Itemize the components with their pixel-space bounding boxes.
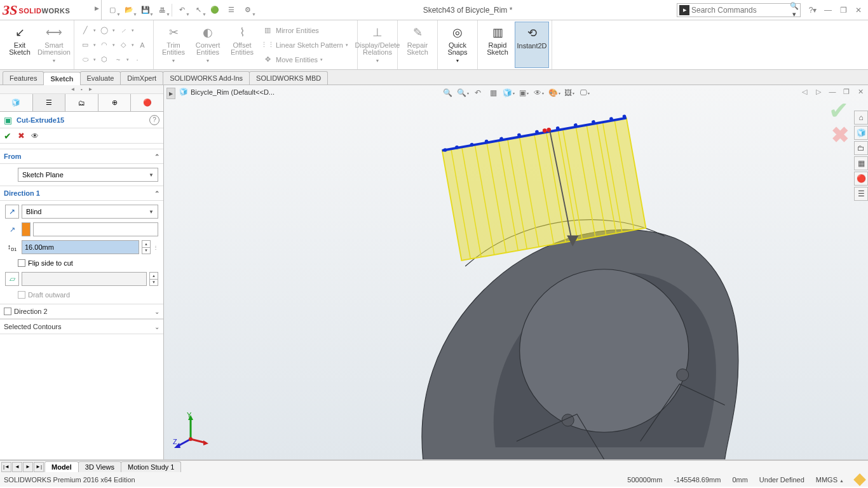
command-manager-tabs: Features Sketch Evaluate DimXpert SOLIDW…	[0, 70, 868, 85]
tab-next-icon[interactable]: ►	[23, 462, 33, 472]
reverse-direction-button[interactable]: ↗	[5, 205, 19, 219]
new-icon[interactable]: ▢▼	[104, 2, 121, 18]
save-icon[interactable]: 💾▼	[137, 2, 154, 18]
draft-spinner[interactable]: ▲▼	[149, 272, 158, 286]
direction-arrow-icon: ↗	[5, 226, 19, 234]
restore-icon[interactable]: ❐	[837, 4, 849, 16]
confirm-row: ✔ ✖ 👁	[0, 128, 163, 144]
tab-sketch[interactable]: Sketch	[43, 72, 80, 85]
display-relations-button[interactable]: ⊥Display/Delete Relations▼	[360, 22, 395, 68]
rapid-sketch-button[interactable]: ▥Rapid Sketch	[480, 22, 515, 68]
draft-outward-checkbox: Draft outward	[5, 290, 158, 300]
direction-vector-input[interactable]	[33, 222, 158, 236]
tab-prev-icon[interactable]: ◄	[12, 462, 22, 472]
property-tab[interactable]: ☰	[33, 94, 66, 111]
print-icon[interactable]: 🖶▼	[154, 2, 170, 18]
quick-snaps-button[interactable]: ◎Quick Snaps▼	[440, 22, 475, 68]
command-search[interactable]: 🔍▾	[677, 3, 801, 17]
section-direction1[interactable]: Direction 1⌃	[0, 186, 163, 201]
depth-input[interactable]	[22, 240, 139, 254]
help-badge-icon[interactable]: ?	[149, 115, 159, 125]
command-search-input[interactable]	[691, 6, 789, 15]
depth-spinner[interactable]: ▲▼	[142, 240, 151, 254]
logo-expand-icon[interactable]: ▶	[93, 5, 100, 11]
linear-pattern[interactable]: ⋮⋮Linear Sketch Pattern▾	[261, 38, 353, 52]
repair-sketch-button[interactable]: ✎Repair Sketch	[400, 22, 435, 68]
expand-icon: ⌄	[154, 308, 159, 315]
preview-icon[interactable]: 👁	[31, 132, 39, 140]
repair-icon: ✎	[409, 24, 426, 41]
display-tab[interactable]: 🔴	[131, 94, 163, 111]
select-icon[interactable]: ↖▼	[190, 2, 207, 18]
search-icon[interactable]: 🔍▾	[789, 2, 800, 18]
mirror-entities[interactable]: ▥Mirror Entities	[261, 24, 353, 37]
status-bar: SOLIDWORKS Premium 2016 x64 Edition 5000…	[0, 473, 868, 487]
draft-button[interactable]: ▱	[5, 272, 19, 286]
help-icon[interactable]: ?▾	[807, 4, 818, 16]
end-condition-select[interactable]: Blind▼	[22, 205, 158, 219]
model-view	[164, 85, 868, 459]
trim-entities-button[interactable]: ✂Trim Entities▼	[156, 22, 191, 68]
settings-icon[interactable]: ⚙▼	[240, 2, 256, 18]
cancel-icon[interactable]: ✖	[18, 131, 25, 140]
rapid-sketch-icon: ▥	[489, 24, 506, 41]
depth-steps-icon[interactable]: ⋮	[153, 245, 158, 250]
draft-angle-input[interactable]	[22, 272, 147, 286]
tab-evaluate[interactable]: Evaluate	[80, 71, 121, 85]
dir2-enable-checkbox[interactable]	[4, 308, 11, 315]
quick-access-toolbar: ▢▼ 📂▼ 💾▼ 🖶▼ ↶▼ ↖▼ 🟢 ☰ ⚙▼	[102, 2, 259, 18]
trim-icon: ✂	[165, 24, 182, 41]
feature-tree-tab[interactable]: 🧊	[0, 94, 33, 111]
bottom-tab-motion[interactable]: Motion Study 1	[121, 461, 181, 472]
slot-tool[interactable]: ⬭▾⬡~▾·	[78, 53, 149, 67]
rect-tool[interactable]: ▭▾◠▾◇▾A	[78, 38, 149, 52]
dimxpert-tab[interactable]: ⊕	[98, 94, 132, 111]
orientation-triad[interactable]: Y Z	[172, 412, 210, 451]
tab-dimxpert[interactable]: DimXpert	[120, 71, 163, 85]
bottom-tab-model[interactable]: Model	[44, 461, 79, 472]
tab-first-icon[interactable]: |◄	[1, 462, 11, 472]
section-from[interactable]: From⌃	[0, 149, 163, 164]
direction-swatch	[22, 222, 31, 236]
flip-side-checkbox[interactable]: Flip side to cut	[5, 258, 158, 268]
tab-features[interactable]: Features	[3, 71, 44, 85]
bottom-tab-3dviews[interactable]: 3D Views	[78, 461, 121, 472]
relations-icon: ⊥	[369, 24, 386, 41]
accept-icon[interactable]: ✔	[4, 131, 11, 141]
tab-last-icon[interactable]: ►|	[34, 462, 44, 472]
nav-next-icon[interactable]: ►	[88, 86, 94, 93]
nav-prev-icon[interactable]: ◄	[70, 86, 76, 93]
config-tab[interactable]: 🗂	[65, 94, 98, 111]
app-logo[interactable]: ЗS SOLIDWORKS ▶	[0, 0, 102, 20]
status-defined: Under Defined	[759, 476, 804, 484]
feature-title: ▣ Cut-Extrude15 ?	[0, 112, 163, 128]
property-manager: ◄ • ► 🧊 ☰ 🗂 ⊕ 🔴 ▣ Cut-Extrude15 ? ✔ ✖ 👁 …	[0, 85, 164, 459]
undo-icon[interactable]: ↶▼	[173, 2, 190, 18]
close-icon[interactable]: ✕	[853, 4, 864, 16]
status-coord-x: 500000mm	[627, 476, 662, 484]
section-direction2[interactable]: Direction 2⌄	[0, 304, 163, 319]
open-icon[interactable]: 📂▼	[121, 2, 137, 18]
offset-entities-button[interactable]: ⌇Offset Entities	[225, 22, 259, 68]
panel-tabs: 🧊 ☰ 🗂 ⊕ 🔴	[0, 94, 163, 112]
tab-mbd[interactable]: SOLIDWORKS MBD	[249, 71, 328, 85]
minimize-icon[interactable]: —	[822, 4, 834, 16]
status-warning-icon[interactable]	[853, 473, 866, 486]
smart-dimension-button[interactable]: ⟷ Smart Dimension ▼	[37, 22, 71, 68]
status-edition: SOLIDWORKS Premium 2016 x64 Edition	[4, 476, 135, 484]
from-select[interactable]: Sketch Plane▼	[18, 168, 158, 182]
graphics-area[interactable]: ▶ 🧊Bicycle_Rim (Default<<D... 🔍 🔍▾ ↶ ▦ 🧊…	[164, 85, 868, 459]
status-units[interactable]: MMGS ▲	[816, 476, 844, 484]
line-tool[interactable]: ╱▾◯▾⟋▾	[78, 24, 149, 37]
move-entities[interactable]: ✥Move Entities▾	[261, 53, 353, 67]
options-list-icon[interactable]: ☰	[223, 2, 240, 18]
exit-sketch-button[interactable]: ↙ Exit Sketch	[3, 22, 37, 68]
tab-addins[interactable]: SOLIDWORKS Add-Ins	[163, 71, 250, 85]
instant2d-button[interactable]: ⟲Instant2D	[515, 22, 549, 68]
ds-logo-icon: ЗS	[3, 2, 17, 18]
convert-entities-button[interactable]: ◐Convert Entities▼	[191, 22, 225, 68]
rebuild-icon[interactable]: 🟢	[207, 2, 223, 18]
section-selected-contours[interactable]: Selected Contours⌄	[0, 319, 163, 334]
panel-nav: ◄ • ►	[0, 85, 163, 94]
quick-snaps-icon: ◎	[449, 24, 466, 41]
